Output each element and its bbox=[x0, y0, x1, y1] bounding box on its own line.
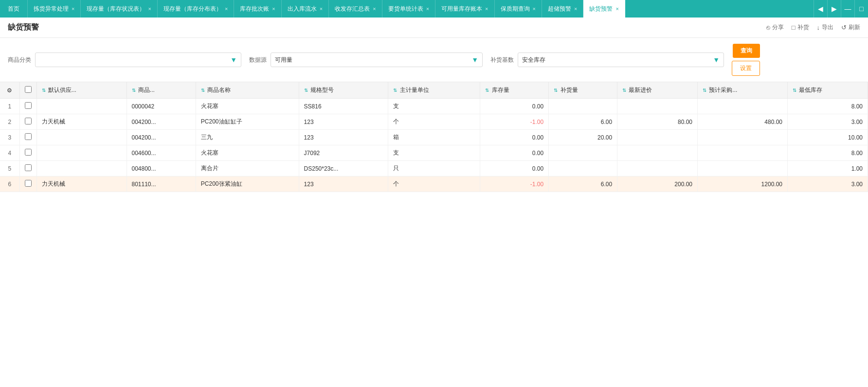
row-min-stock: 1.00 bbox=[788, 161, 868, 176]
th-latest-price[interactable]: ⇅ 最新进价 bbox=[617, 82, 698, 99]
row-replenish-qty bbox=[549, 145, 617, 161]
tab-expiry-query-label: 保质期查询 bbox=[501, 5, 530, 13]
row-min-stock: 8.00 bbox=[788, 145, 868, 161]
data-source-label: 数据源 bbox=[249, 56, 267, 64]
settings-button[interactable]: 设置 bbox=[732, 61, 760, 76]
tab-inout-flow-close[interactable]: × bbox=[320, 6, 323, 12]
th-gear[interactable]: ⚙ bbox=[0, 82, 19, 99]
th-default-supplier[interactable]: ⇅ 默认供应... bbox=[36, 82, 127, 99]
replenish-base-select[interactable]: 安全库存 ▼ bbox=[518, 53, 724, 67]
table-row: 3 004200... 三九 123 箱 0.00 20.00 10.00 bbox=[0, 130, 868, 145]
replenish-base-arrow: ▼ bbox=[713, 56, 720, 64]
row-supplier bbox=[36, 99, 127, 114]
th-stock[interactable]: ⇅ 库存量 bbox=[480, 82, 549, 99]
tab-demand-stats-close[interactable]: × bbox=[426, 6, 429, 12]
tab-prev-button[interactable]: ◀ bbox=[814, 0, 827, 18]
row-unit: 只 bbox=[388, 161, 480, 176]
tab-expiry-query[interactable]: 保质期查询 × bbox=[495, 0, 542, 18]
col-label-stock: 库存量 bbox=[492, 87, 509, 93]
tab-abnormal[interactable]: 拣货异常处理 × bbox=[28, 0, 81, 18]
th-spec[interactable]: ⇅ 规格型号 bbox=[299, 82, 388, 99]
tab-demand-stats[interactable]: 要货单统计表 × bbox=[382, 0, 435, 18]
tab-abnormal-close[interactable]: × bbox=[72, 6, 74, 12]
share-icon: ⎋ bbox=[766, 24, 770, 31]
data-source-select[interactable]: 可用量 ▼ bbox=[271, 53, 483, 67]
tab-shortage-warning[interactable]: 缺货预警 × bbox=[583, 0, 625, 18]
page-content: 缺货预警 ⎋ 分享 □ 补货 ↓ 导出 ↺ 刷新 商品分类 bbox=[0, 18, 868, 387]
product-category-select[interactable]: ▼ bbox=[35, 53, 241, 67]
filter-data-source: 数据源 可用量 ▼ bbox=[249, 53, 483, 67]
table-row: 5 004800... 离合片 DS250*23c... 只 0.00 1.00 bbox=[0, 161, 868, 176]
tab-shortage-warning-close[interactable]: × bbox=[615, 6, 618, 12]
row-unit: 支 bbox=[388, 99, 480, 114]
th-unit[interactable]: ⇅ 主计量单位 bbox=[388, 82, 480, 99]
col-label-estimated: 预计采购... bbox=[709, 87, 737, 93]
tab-home[interactable]: 首页 bbox=[0, 0, 28, 18]
row-replenish-qty: 6.00 bbox=[549, 114, 617, 130]
filter-action-buttons: 查询 设置 bbox=[732, 44, 760, 76]
tab-available-ledger[interactable]: 可用量库存账本 × bbox=[435, 0, 494, 18]
row-spec: 123 bbox=[299, 114, 388, 130]
row-supplier: 力天机械 bbox=[36, 114, 127, 130]
th-estimated-purchase[interactable]: ⇅ 预计采购... bbox=[698, 82, 788, 99]
tab-home-label: 首页 bbox=[8, 5, 19, 13]
row-estimated-purchase bbox=[698, 130, 788, 145]
row-latest-price: 80.00 bbox=[617, 114, 698, 130]
row-latest-price: 200.00 bbox=[617, 176, 698, 192]
row-replenish-qty bbox=[549, 161, 617, 176]
row-latest-price bbox=[617, 161, 698, 176]
sort-icon-supplier: ⇅ bbox=[42, 88, 46, 93]
replenish-button[interactable]: □ 补货 bbox=[792, 23, 809, 32]
tab-collect-summary[interactable]: 收发存汇总表 × bbox=[329, 0, 382, 18]
sort-icon-name: ⇅ bbox=[201, 88, 205, 93]
row-checkbox-cell bbox=[19, 114, 36, 130]
tab-batch-account-close[interactable]: × bbox=[272, 6, 275, 12]
th-product-name[interactable]: ⇅ 商品名称 bbox=[196, 82, 299, 99]
tab-inventory-status-close[interactable]: × bbox=[148, 6, 151, 12]
tab-inout-flow[interactable]: 出入库流水 × bbox=[282, 0, 329, 18]
tab-inventory-dist-close[interactable]: × bbox=[225, 6, 228, 12]
data-source-arrow: ▼ bbox=[471, 56, 478, 64]
row-checkbox-cell bbox=[19, 130, 36, 145]
th-replenish-qty[interactable]: ⇅ 补货量 bbox=[549, 82, 617, 99]
th-min-stock[interactable]: ⇅ 最低库存 bbox=[788, 82, 868, 99]
row-estimated-purchase: 1200.00 bbox=[698, 176, 788, 192]
row-spec: DS250*23c... bbox=[299, 161, 388, 176]
tab-abnormal-label: 拣货异常处理 bbox=[34, 5, 69, 13]
tab-inventory-dist[interactable]: 现存量（库存分布表） × bbox=[158, 0, 234, 18]
export-button[interactable]: ↓ 导出 bbox=[817, 23, 834, 32]
col-label-code: 商品... bbox=[138, 87, 155, 93]
row-checkbox[interactable] bbox=[25, 164, 32, 171]
tab-batch-account[interactable]: 库存批次账 × bbox=[234, 0, 281, 18]
tab-overstock-warning[interactable]: 超储预警 × bbox=[542, 0, 583, 18]
row-checkbox[interactable] bbox=[25, 149, 32, 156]
row-product-code: 004200... bbox=[127, 114, 196, 130]
share-button[interactable]: ⎋ 分享 bbox=[766, 23, 784, 32]
row-min-stock: 3.00 bbox=[788, 114, 868, 130]
tab-expiry-query-close[interactable]: × bbox=[533, 6, 536, 12]
row-checkbox[interactable] bbox=[25, 118, 32, 124]
row-supplier bbox=[36, 161, 127, 176]
tab-available-ledger-close[interactable]: × bbox=[485, 6, 488, 12]
sort-icon-spec: ⇅ bbox=[304, 88, 308, 93]
row-checkbox[interactable] bbox=[25, 133, 32, 140]
col-label-unit: 主计量单位 bbox=[400, 87, 429, 93]
replenish-label: 补货 bbox=[797, 23, 809, 32]
filter-product-category: 商品分类 ▼ bbox=[8, 53, 241, 67]
sort-icon-code: ⇅ bbox=[132, 88, 136, 93]
row-checkbox[interactable] bbox=[25, 102, 32, 109]
tab-available-ledger-label: 可用量库存账本 bbox=[441, 5, 482, 13]
tab-inventory-status[interactable]: 现存量（库存状况表） × bbox=[81, 0, 157, 18]
tab-minimize-button[interactable]: — bbox=[841, 0, 854, 18]
refresh-button[interactable]: ↺ 刷新 bbox=[841, 23, 860, 32]
tab-collect-summary-close[interactable]: × bbox=[373, 6, 376, 12]
tab-next-button[interactable]: ▶ bbox=[827, 0, 841, 18]
row-checkbox[interactable] bbox=[25, 180, 32, 187]
header-actions: ⎋ 分享 □ 补货 ↓ 导出 ↺ 刷新 bbox=[766, 23, 860, 32]
th-product-code[interactable]: ⇅ 商品... bbox=[127, 82, 196, 99]
sort-icon-min-stock: ⇅ bbox=[793, 88, 796, 93]
query-button[interactable]: 查询 bbox=[733, 44, 760, 58]
select-all-checkbox[interactable] bbox=[25, 86, 32, 93]
tab-overstock-warning-close[interactable]: × bbox=[574, 6, 577, 12]
tab-maximize-button[interactable]: □ bbox=[854, 0, 868, 18]
